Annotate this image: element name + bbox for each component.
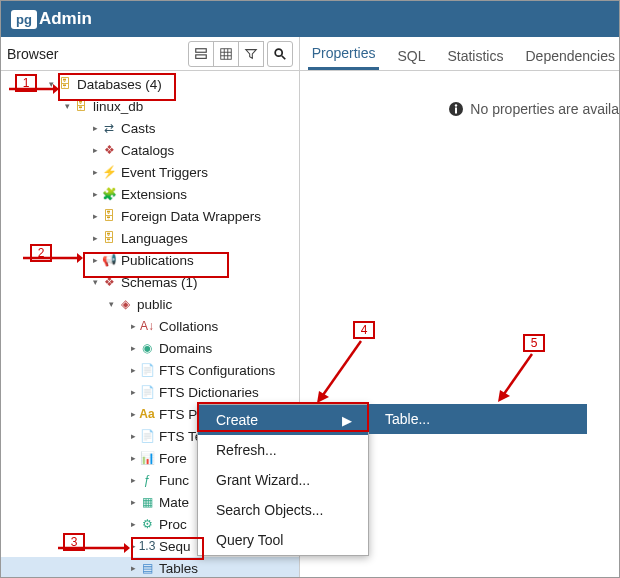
- tree-node-linux-db[interactable]: ▾🗄linux_db: [1, 95, 299, 117]
- chevron-right-icon: ▶: [342, 413, 352, 428]
- annotation-number-4: 4: [353, 321, 375, 339]
- context-menu[interactable]: Create▶ Refresh... Grant Wizard... Searc…: [197, 404, 369, 556]
- tree-node-extensions[interactable]: ▸🧩Extensions: [1, 183, 299, 205]
- annotation-number-1: 1: [15, 74, 37, 92]
- filter-icon[interactable]: [238, 41, 264, 67]
- tree-node-catalogs[interactable]: ▸❖Catalogs: [1, 139, 299, 161]
- tree-node-databases[interactable]: ▾🗄Databases (4): [1, 73, 299, 95]
- annotation-number-5: 5: [523, 334, 545, 352]
- annotation-number-3: 3: [63, 533, 85, 551]
- procedures-icon: ⚙: [139, 516, 155, 532]
- svg-point-7: [275, 49, 282, 56]
- tree-node-public[interactable]: ▾◈public: [1, 293, 299, 315]
- schema-icon: ◈: [117, 296, 133, 312]
- casts-icon: ⇄: [101, 120, 117, 136]
- schemas-icon: ❖: [101, 274, 117, 290]
- collations-icon: A↓: [139, 318, 155, 334]
- no-properties-message: No properties are availa: [300, 101, 619, 117]
- svg-rect-11: [455, 108, 457, 114]
- foreign-tables-icon: 📊: [139, 450, 155, 466]
- tab-bar: Properties SQL Statistics Dependencies: [300, 37, 619, 71]
- ctx-refresh[interactable]: Refresh...: [198, 435, 368, 465]
- svg-rect-0: [195, 48, 206, 52]
- fdw-icon: 🗄: [101, 208, 117, 224]
- svg-rect-2: [220, 48, 231, 59]
- extensions-icon: 🧩: [101, 186, 117, 202]
- search-icon[interactable]: [267, 41, 293, 67]
- submenu-table[interactable]: Table...: [369, 404, 587, 434]
- languages-icon: 🗄: [101, 230, 117, 246]
- database-icon: 🗄: [73, 98, 89, 114]
- browser-toolbar: [189, 41, 293, 67]
- ctx-create[interactable]: Create▶: [198, 405, 368, 435]
- fts-parser-icon: Aa: [139, 406, 155, 422]
- info-icon: [448, 101, 464, 117]
- tab-sql[interactable]: SQL: [393, 42, 429, 70]
- grid-icon[interactable]: [213, 41, 239, 67]
- fts-config-icon: 📄: [139, 362, 155, 378]
- matviews-icon: ▦: [139, 494, 155, 510]
- domains-icon: ◉: [139, 340, 155, 356]
- svg-line-8: [281, 55, 285, 59]
- ctx-search-objects[interactable]: Search Objects...: [198, 495, 368, 525]
- fts-dict-icon: 📄: [139, 384, 155, 400]
- tab-statistics[interactable]: Statistics: [443, 42, 507, 70]
- app-name: Admin: [39, 9, 92, 29]
- tree-node-fts-configs[interactable]: ▸📄FTS Configurations: [1, 359, 299, 381]
- sequences-icon: 1.3: [139, 538, 155, 554]
- svg-point-10: [455, 104, 457, 106]
- tree-node-domains[interactable]: ▸◉Domains: [1, 337, 299, 359]
- ctx-query-tool[interactable]: Query Tool: [198, 525, 368, 555]
- catalogs-icon: ❖: [101, 142, 117, 158]
- create-submenu[interactable]: Table...: [369, 404, 587, 434]
- logo-badge: pg: [11, 10, 37, 29]
- publications-icon: 📢: [101, 252, 117, 268]
- tables-icon: ▤: [139, 560, 155, 576]
- svg-rect-1: [195, 54, 206, 58]
- tree-node-event-triggers[interactable]: ▸⚡Event Triggers: [1, 161, 299, 183]
- trigger-icon: ⚡: [101, 164, 117, 180]
- servers-icon[interactable]: [188, 41, 214, 67]
- title-bar: pg Admin: [1, 1, 619, 37]
- tree-node-tables[interactable]: ▸▤Tables: [1, 557, 299, 577]
- tab-dependencies[interactable]: Dependencies: [521, 42, 619, 70]
- ctx-grant-wizard[interactable]: Grant Wizard...: [198, 465, 368, 495]
- browser-title: Browser: [7, 46, 58, 62]
- functions-icon: ƒ: [139, 472, 155, 488]
- tab-properties[interactable]: Properties: [308, 39, 380, 70]
- tree-node-fts-dicts[interactable]: ▸📄FTS Dictionaries: [1, 381, 299, 403]
- tree-node-casts[interactable]: ▸⇄Casts: [1, 117, 299, 139]
- annotation-number-2: 2: [30, 244, 52, 262]
- tree-node-collations[interactable]: ▸A↓Collations: [1, 315, 299, 337]
- fts-template-icon: 📄: [139, 428, 155, 444]
- database-icon: 🗄: [57, 76, 73, 92]
- tree-node-schemas[interactable]: ▾❖Schemas (1): [1, 271, 299, 293]
- tree-node-fdw[interactable]: ▸🗄Foreign Data Wrappers: [1, 205, 299, 227]
